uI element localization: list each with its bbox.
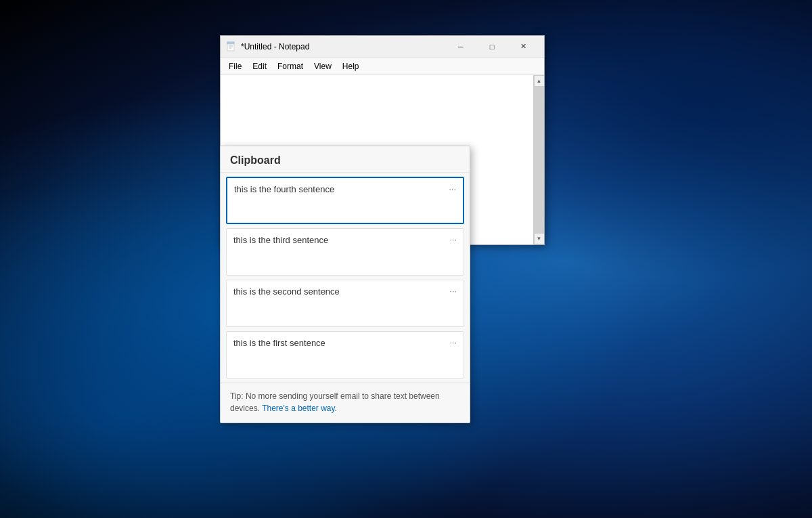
clipboard-item-text: this is the fourth sentence [234, 184, 443, 196]
clipboard-item-more-button[interactable]: ··· [449, 337, 457, 347]
scrollbar[interactable]: ▲ ▼ [533, 75, 544, 244]
menu-bar: File Edit Format View Help [221, 58, 544, 75]
clipboard-panel: Clipboard this is the fourth sentence ··… [220, 146, 470, 423]
clipboard-item-text: this is the second sentence [233, 286, 444, 298]
menu-format[interactable]: Format [272, 60, 309, 72]
scroll-up-button[interactable]: ▲ [534, 75, 545, 87]
menu-help[interactable]: Help [337, 60, 365, 72]
svg-rect-1 [227, 42, 234, 44]
scroll-down-button[interactable]: ▼ [534, 233, 545, 244]
title-bar: *Untitled - Notepad ─ □ ✕ [221, 36, 544, 58]
clipboard-item[interactable]: this is the second sentence ··· [226, 280, 464, 327]
clipboard-tip: Tip: No more sending yourself email to s… [221, 383, 470, 423]
clipboard-item-text: this is the third sentence [233, 234, 444, 246]
maximize-button[interactable]: □ [476, 36, 508, 58]
tip-link[interactable]: There's a better way. [262, 404, 337, 413]
menu-edit[interactable]: Edit [247, 60, 272, 72]
window-controls: ─ □ ✕ [445, 36, 539, 58]
close-button[interactable]: ✕ [508, 36, 539, 58]
clipboard-item[interactable]: this is the third sentence ··· [226, 228, 464, 276]
scrollbar-track[interactable] [534, 87, 544, 233]
menu-view[interactable]: View [309, 60, 337, 72]
clipboard-item-more-button[interactable]: ··· [449, 234, 457, 244]
window-title: *Untitled - Notepad [241, 42, 445, 51]
clipboard-header: Clipboard [221, 146, 470, 173]
clipboard-item[interactable]: this is the first sentence ··· [226, 331, 464, 379]
clipboard-item-more-button[interactable]: ··· [449, 184, 456, 194]
clipboard-item[interactable]: this is the fourth sentence ··· [226, 177, 464, 224]
notepad-icon [226, 41, 237, 52]
clipboard-items-list: this is the fourth sentence ··· this is … [221, 177, 470, 379]
clipboard-item-more-button[interactable]: ··· [449, 286, 457, 296]
minimize-button[interactable]: ─ [445, 36, 476, 58]
clipboard-item-text: this is the first sentence [233, 337, 444, 349]
menu-file[interactable]: File [223, 60, 247, 72]
